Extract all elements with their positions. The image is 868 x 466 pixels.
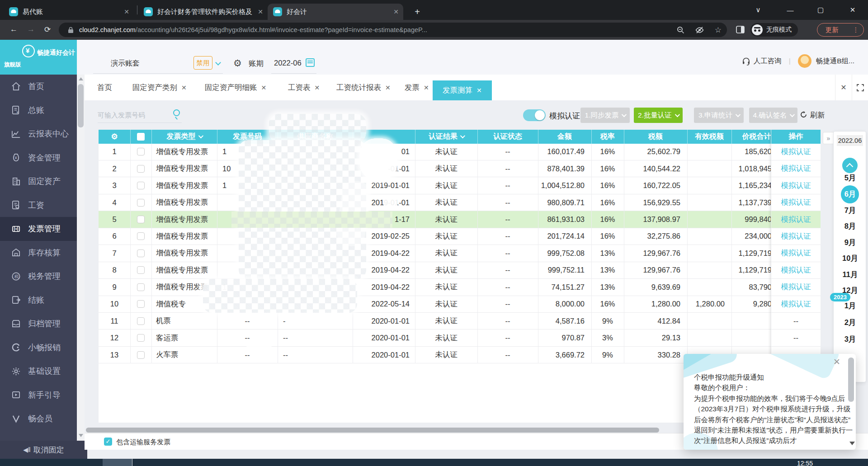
toolbar-button[interactable]: 2.批量认证 — [634, 108, 683, 123]
row-checkbox[interactable] — [137, 317, 145, 325]
month-10月[interactable]: 10月 — [834, 250, 867, 267]
refresh-button[interactable]: 刷新 — [810, 111, 825, 120]
simulate-link[interactable]: 模拟认证 — [781, 299, 811, 309]
row-checkbox[interactable] — [137, 249, 145, 257]
sidebar-item-库存核算[interactable]: 库存核算 — [0, 241, 77, 265]
sidebar-item-资金管理[interactable]: ¥资金管理 — [0, 146, 77, 170]
simulate-link[interactable]: 模拟认证 — [781, 181, 811, 191]
column-header[interactable]: 认证结果 — [415, 130, 477, 144]
close-icon[interactable]: ✕ — [424, 84, 429, 91]
simulate-link[interactable]: 模拟认证 — [781, 147, 811, 157]
row-checkbox[interactable] — [137, 334, 145, 342]
page-tab[interactable]: 发票✕ — [405, 75, 429, 100]
bookmark-star-icon[interactable]: ☆ — [715, 25, 722, 35]
row-checkbox[interactable] — [137, 351, 145, 359]
sidebar-item-固定资产[interactable]: 固定资产 — [0, 169, 77, 193]
user-name[interactable]: 畅捷通B组... — [816, 56, 854, 66]
close-window-icon[interactable]: ✕ — [842, 0, 863, 20]
horizontal-scrollbar[interactable] — [86, 428, 659, 433]
close-icon[interactable]: ✕ — [385, 84, 391, 91]
close-icon[interactable]: ✕ — [258, 8, 263, 15]
select-all-checkbox[interactable] — [137, 133, 145, 141]
reload-icon[interactable]: ⟳ — [44, 25, 51, 34]
browser-tab[interactable]: 易代账✕ — [4, 4, 134, 20]
sidebar-item-新手引导[interactable]: 新手引导 — [0, 383, 77, 407]
month-11月[interactable]: 11月 — [834, 267, 867, 283]
close-icon[interactable]: ✕ — [261, 84, 267, 91]
month-7月[interactable]: 7月 — [834, 202, 867, 219]
sidebar-item-云报表中心[interactable]: 云报表中心 — [0, 122, 77, 146]
gear-icon[interactable]: ⚙ — [111, 132, 118, 141]
page-tab[interactable]: 固定资产类别✕ — [132, 75, 187, 100]
simulate-link[interactable]: 模拟认证 — [781, 265, 811, 275]
maximize-icon[interactable]: ▢ — [810, 0, 831, 20]
tab-search-icon[interactable]: ∨ — [748, 0, 769, 20]
zoom-icon[interactable] — [677, 26, 684, 34]
transport-checkbox[interactable]: ✓ — [104, 438, 112, 446]
simulate-link[interactable]: 模拟认证 — [781, 282, 811, 292]
support-link[interactable]: 人工咨询 — [754, 56, 782, 66]
simulate-link[interactable]: 模拟认证 — [781, 164, 811, 174]
account-name[interactable]: 演示账套 — [111, 59, 140, 68]
close-icon[interactable]: ✕ — [124, 8, 129, 15]
close-icon[interactable]: ✕ — [476, 87, 482, 94]
simulate-link[interactable]: 模拟认证 — [781, 198, 811, 207]
back-icon[interactable]: ← — [10, 25, 18, 34]
page-tab[interactable]: 发票测算✕ — [433, 80, 492, 100]
search-icon[interactable] — [173, 109, 180, 116]
row-checkbox[interactable] — [137, 182, 145, 189]
expand-panel-button[interactable]: » — [823, 132, 834, 144]
month-8月[interactable]: 8月 — [834, 218, 867, 235]
row-checkbox[interactable] — [137, 148, 145, 155]
row-checkbox[interactable] — [137, 216, 145, 223]
search-input[interactable]: 可输入发票号码 — [98, 108, 182, 123]
sidebar-item-结账[interactable]: 结账 — [0, 288, 77, 312]
menu-dots-icon[interactable]: ⋮ — [853, 26, 859, 33]
eye-off-icon[interactable] — [695, 26, 704, 34]
row-checkbox[interactable] — [137, 165, 145, 173]
toolbar-button[interactable]: 4.确认签名 — [749, 108, 797, 123]
month-9月[interactable]: 9月 — [834, 235, 867, 251]
close-icon[interactable]: ✕ — [315, 84, 320, 91]
toolbar-button[interactable]: 3.申请统计 — [694, 108, 744, 123]
sidebar-scrollbar[interactable] — [77, 75, 85, 441]
browser-tab[interactable]: 好会计财务管理软件购买价格及...✕ — [138, 4, 268, 20]
scroll-down-icon[interactable] — [849, 442, 855, 445]
close-all-icon[interactable]: ✕ — [835, 75, 852, 100]
row-checkbox[interactable] — [137, 283, 145, 291]
browser-tab[interactable]: 好会计✕ — [268, 4, 403, 20]
sidebar-item-发票管理[interactable]: ¥发票管理 — [0, 217, 77, 241]
close-icon[interactable]: ✕ — [181, 84, 187, 91]
month-6月[interactable]: 6月 — [834, 186, 867, 202]
sidebar-item-首页[interactable]: 首页 — [0, 75, 77, 99]
gear-icon[interactable]: ⚙ — [233, 58, 242, 69]
sidebar-item-小畅报销[interactable]: 小畅报销 — [0, 336, 77, 360]
row-checkbox[interactable] — [137, 232, 145, 240]
period-value[interactable]: 2022-06 — [274, 59, 302, 67]
update-button[interactable]: 更新 ⋮ — [817, 23, 864, 37]
column-header[interactable]: 发票类型 — [151, 130, 217, 144]
simulate-link[interactable]: 模拟认证 — [781, 248, 811, 258]
sidebar-item-畅会员[interactable]: 畅会员 — [0, 407, 77, 431]
popup-scrollbar[interactable] — [848, 358, 854, 439]
calendar-icon[interactable] — [306, 58, 315, 67]
page-tab[interactable]: 首页 — [97, 75, 112, 100]
scrollbar-thumb[interactable] — [78, 84, 84, 127]
toolbar-button[interactable]: 1.同步发票 — [580, 108, 630, 123]
sidebar-item-基础设置[interactable]: 基础设置 — [0, 359, 77, 383]
refresh-icon[interactable] — [800, 111, 807, 118]
row-checkbox[interactable] — [137, 300, 145, 308]
side-panel-icon[interactable] — [736, 26, 745, 33]
forward-icon[interactable]: → — [27, 25, 35, 34]
sidebar-item-工资[interactable]: 工资 — [0, 193, 77, 217]
scroll-up-icon[interactable] — [79, 77, 83, 80]
taskbar-app[interactable] — [103, 459, 132, 466]
simulate-toggle[interactable] — [523, 109, 546, 121]
unpin-button[interactable]: ◀‖取消固定 — [0, 441, 87, 459]
sidebar-item-总账[interactable]: ¥总账 — [0, 99, 77, 122]
minimize-icon[interactable]: — — [780, 0, 801, 20]
sidebar-item-归档管理[interactable]: 归档管理 — [0, 312, 77, 336]
new-tab-button[interactable]: + — [409, 4, 425, 20]
avatar[interactable] — [798, 54, 811, 68]
simulate-link[interactable]: 模拟认证 — [781, 215, 811, 225]
